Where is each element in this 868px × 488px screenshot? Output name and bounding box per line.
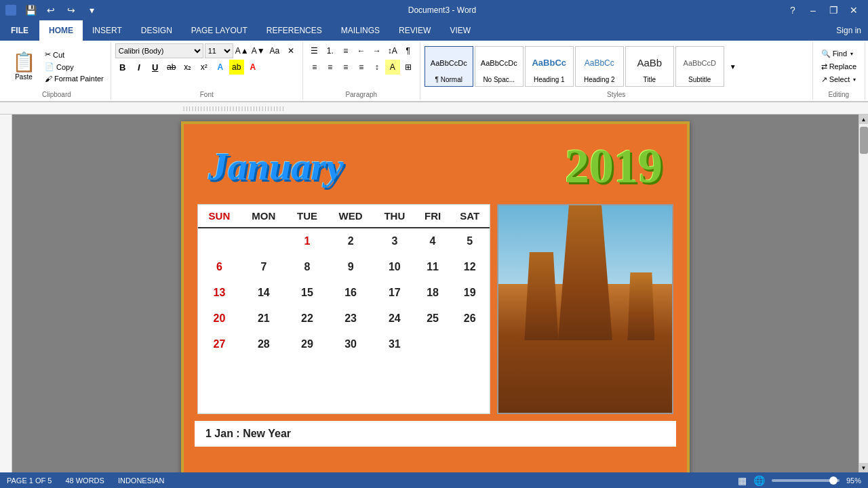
day-15: 15: [287, 280, 328, 306]
italic-button[interactable]: I: [132, 60, 146, 75]
tab-review[interactable]: REVIEW: [389, 20, 440, 41]
save-quick-btn[interactable]: 💾: [22, 1, 39, 19]
tab-insert[interactable]: INSERT: [83, 20, 132, 41]
shading-btn[interactable]: A: [385, 60, 400, 75]
day-27: 27: [198, 331, 241, 357]
styles-more-btn[interactable]: ▼: [726, 59, 741, 74]
replace-label: Replace: [829, 62, 856, 70]
close-btn[interactable]: ✕: [845, 1, 863, 19]
justify-btn[interactable]: ≡: [354, 60, 369, 75]
vertical-scrollbar[interactable]: ▲ ▼: [859, 115, 868, 472]
day-5: 5: [450, 228, 490, 254]
text-effects-btn[interactable]: A: [213, 60, 228, 75]
align-center-btn[interactable]: ≡: [323, 60, 338, 75]
grow-font-btn[interactable]: A▲: [235, 43, 250, 58]
align-right-btn[interactable]: ≡: [338, 60, 353, 75]
subscript-btn[interactable]: x₂: [180, 60, 195, 75]
change-case-btn[interactable]: Aa: [267, 43, 282, 58]
calendar-month: January: [208, 144, 344, 189]
help-btn[interactable]: ?: [784, 1, 802, 19]
word-count: 48 WORDS: [65, 476, 104, 485]
sort-btn[interactable]: ↕A: [385, 43, 400, 58]
minimize-btn[interactable]: –: [804, 1, 822, 19]
style-title[interactable]: AaBb Title: [625, 46, 674, 87]
font-label: Font: [115, 89, 298, 98]
day-10: 10: [374, 254, 415, 280]
undo-btn[interactable]: ↩: [42, 1, 60, 19]
font-group: Calibri (Body) 11 A▲ A▼ Aa ✕ B I U ab x₂: [111, 42, 303, 100]
web-layout-btn[interactable]: 🌐: [753, 475, 765, 486]
sign-in-link[interactable]: Sign in: [836, 26, 861, 35]
editing-label: Editing: [817, 89, 861, 98]
tab-page-layout[interactable]: PAGE LAYOUT: [182, 20, 257, 41]
line-spacing-btn[interactable]: ↕: [370, 60, 384, 75]
redo-btn[interactable]: ↪: [62, 1, 80, 19]
underline-button[interactable]: U: [148, 60, 163, 75]
scroll-down-btn[interactable]: ▼: [859, 463, 869, 472]
clear-format-btn[interactable]: ✕: [283, 43, 298, 58]
find-icon: 🔍: [821, 49, 831, 58]
font-color-btn[interactable]: A: [245, 60, 260, 75]
decrease-indent-btn[interactable]: ←: [354, 43, 369, 58]
styles-gallery: AaBbCcDc ¶ Normal AaBbCcDc No Spac... Aa…: [425, 43, 741, 89]
increase-indent-btn[interactable]: →: [370, 43, 384, 58]
find-label: Find: [833, 49, 847, 58]
tab-view[interactable]: VIEW: [440, 20, 480, 41]
day-9: 9: [328, 254, 374, 280]
clipboard-group: 📋 Paste ✂ Cut 📄 Copy 🖌 Format Painter: [3, 42, 111, 100]
style-heading2[interactable]: AaBbCc Heading 2: [575, 46, 624, 87]
highlight-btn[interactable]: ab: [229, 60, 244, 75]
font-name-select[interactable]: Calibri (Body): [115, 43, 203, 58]
customize-quick-btn[interactable]: ▾: [83, 1, 100, 19]
tab-references[interactable]: REFERENCES: [257, 20, 332, 41]
show-hide-btn[interactable]: ¶: [401, 43, 416, 58]
zoom-slider[interactable]: [772, 479, 840, 482]
word-icon: [5, 5, 16, 16]
style-subtitle[interactable]: AaBbCcD Subtitle: [675, 46, 724, 87]
replace-button[interactable]: ⇄ Replace: [817, 61, 861, 73]
day-30: 30: [328, 331, 374, 357]
font-size-select[interactable]: 11: [205, 43, 233, 58]
day-empty: [198, 228, 241, 254]
cut-button[interactable]: ✂ Cut: [42, 49, 106, 60]
header-mon: MON: [241, 205, 287, 228]
bullets-btn[interactable]: ☰: [307, 43, 322, 58]
day-24: 24: [374, 306, 415, 331]
day-26: 26: [450, 306, 490, 331]
multilevel-btn[interactable]: ≡: [338, 43, 353, 58]
align-left-btn[interactable]: ≡: [307, 60, 322, 75]
copy-button[interactable]: 📄 Copy: [42, 61, 106, 73]
print-layout-btn[interactable]: ▦: [738, 475, 747, 486]
select-button[interactable]: ↗ Select ▾: [817, 74, 861, 85]
style-normal[interactable]: AaBbCcDc ¶ Normal: [425, 46, 473, 87]
style-no-spacing[interactable]: AaBbCcDc No Spac...: [475, 46, 524, 87]
restore-btn[interactable]: ❐: [825, 1, 842, 19]
calendar-body: SUN MON TUE WED THU FRI SAT: [195, 204, 676, 414]
tab-mailings[interactable]: MAILINGS: [332, 20, 389, 41]
tab-file[interactable]: FILE: [0, 20, 39, 41]
scroll-thumb[interactable]: [860, 127, 868, 154]
replace-icon: ⇄: [821, 62, 827, 71]
format-painter-button[interactable]: 🖌 Format Painter: [42, 73, 106, 84]
header-sun: SUN: [198, 205, 241, 228]
strikethrough-btn[interactable]: ab: [164, 60, 179, 75]
style-no-spacing-preview: AaBbCcDc: [481, 49, 517, 76]
tab-home[interactable]: HOME: [39, 20, 83, 41]
day-23: 23: [328, 306, 374, 331]
calendar-header-row: SUN MON TUE WED THU FRI SAT: [198, 205, 490, 228]
day-19: 19: [450, 280, 490, 306]
style-heading1[interactable]: AaBbCc Heading 1: [525, 46, 574, 87]
paste-button[interactable]: 📋 Paste: [7, 43, 41, 89]
borders-btn[interactable]: ⊞: [401, 60, 416, 75]
shrink-font-btn[interactable]: A▼: [251, 43, 266, 58]
tab-design[interactable]: DESIGN: [132, 20, 182, 41]
numbering-btn[interactable]: 1.: [323, 43, 338, 58]
superscript-btn[interactable]: x²: [197, 60, 212, 75]
find-button[interactable]: 🔍 Find ▾: [817, 48, 857, 60]
scroll-up-btn[interactable]: ▲: [859, 115, 869, 124]
clipboard-small-buttons: ✂ Cut 📄 Copy 🖌 Format Painter: [42, 43, 106, 89]
document-scroll[interactable]: January 2019 SUN MON TUE: [12, 115, 859, 472]
day-1: 1: [287, 228, 328, 254]
day-4: 4: [416, 228, 450, 254]
bold-button[interactable]: B: [115, 60, 130, 75]
